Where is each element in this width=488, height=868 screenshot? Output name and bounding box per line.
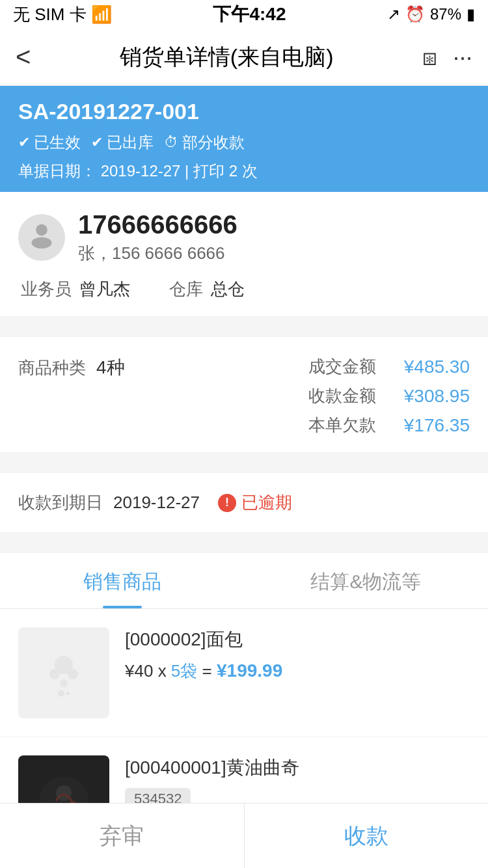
product-image-1: ⊕+ <box>18 627 109 718</box>
due-date-value: 2019-12-27 <box>113 493 200 513</box>
summary-amounts: 成交金额 ¥485.30 收款金额 ¥308.95 本单欠款 ¥176.35 <box>308 355 470 437</box>
badge-effective-label: 已生效 <box>34 132 81 153</box>
summary-section: 商品种类 4种 成交金额 ¥485.30 收款金额 ¥308.95 本单欠款 ¥… <box>0 337 488 452</box>
customer-details: 业务员 曾凡杰 仓库 总仓 <box>18 278 470 301</box>
badge-shipped: ✔ 已出库 <box>91 132 154 153</box>
product-info-1: [0000002]面包 ¥40 x 5袋 = ¥199.99 <box>125 627 470 683</box>
badge-partial-label: 部分收款 <box>182 132 245 153</box>
customer-section: 17666666666 张，156 6666 6666 业务员 曾凡杰 仓库 总… <box>0 192 488 316</box>
badge-partial: ⏱ 部分收款 <box>164 132 245 153</box>
debt-label: 本单欠款 <box>308 414 376 437</box>
warehouse-name: 总仓 <box>211 278 245 301</box>
tabs-section: 销售商品 结算&物流等 <box>0 553 488 609</box>
share-button[interactable]: ⧆ <box>422 44 437 71</box>
product-name-2: [000400001]黄油曲奇 <box>125 755 470 780</box>
product-total-1: ¥199.99 <box>217 660 282 681</box>
battery-icon: ▮ <box>467 5 475 23</box>
page-title: 销货单详情(来自电脑) <box>120 42 334 72</box>
warehouse-label: 仓库 <box>169 278 203 301</box>
customer-row: 17666666666 张，156 6666 6666 <box>18 210 470 265</box>
overdue-dot-icon: ! <box>218 494 236 512</box>
debt-row: 本单欠款 ¥176.35 <box>308 414 470 437</box>
svg-point-3 <box>49 669 60 679</box>
clock-icon: ⏱ <box>164 134 178 151</box>
warehouse-item: 仓库 总仓 <box>169 278 245 301</box>
summary-types: 商品种类 4种 <box>18 355 125 380</box>
svg-text:⊕+: ⊕+ <box>57 688 70 698</box>
status-bar: 无 SIM 卡 📶 下午4:42 ↗ ⏰ 87% ▮ <box>0 0 488 29</box>
more-button[interactable]: ··· <box>453 44 472 71</box>
overdue-badge: ! 已逾期 <box>210 489 300 517</box>
customer-info: 17666666666 张，156 6666 6666 <box>78 210 237 265</box>
battery-level: 87% <box>430 5 461 23</box>
due-date-label: 收款到期日 <box>18 491 103 514</box>
debt-amount: ¥176.35 <box>392 415 470 436</box>
status-right: ↗ ⏰ 87% ▮ <box>387 5 475 23</box>
transaction-label: 成交金额 <box>308 355 376 378</box>
tab-settlement[interactable]: 结算&物流等 <box>244 553 488 608</box>
check-icon-1: ✔ <box>18 134 30 151</box>
avatar <box>18 214 65 261</box>
tabs-row: 销售商品 结算&物流等 <box>0 553 488 608</box>
cancel-review-label: 弃审 <box>100 821 144 851</box>
customer-name: 17666666666 <box>78 210 237 239</box>
received-amount: ¥308.95 <box>392 386 470 407</box>
tab-sales-products[interactable]: 销售商品 <box>0 553 244 608</box>
nav-bar: < 销货单详情(来自电脑) ⧆ ··· <box>0 29 488 86</box>
overdue-text: 已逾期 <box>241 491 292 514</box>
person-icon <box>27 220 56 255</box>
badge-effective: ✔ 已生效 <box>18 132 81 153</box>
status-badges: ✔ 已生效 ✔ 已出库 ⏱ 部分收款 <box>18 132 470 153</box>
alarm-icon: ⏰ <box>405 5 425 23</box>
svg-point-1 <box>32 237 52 249</box>
nav-actions: ⧆ ··· <box>422 44 472 71</box>
divider-2 <box>0 452 488 463</box>
header-banner: SA-20191227-001 ✔ 已生效 ✔ 已出库 ⏱ 部分收款 单据日期：… <box>0 86 488 192</box>
received-row: 收款金额 ¥308.95 <box>308 385 470 407</box>
meta-date-value: 2019-12-27 <box>101 162 181 180</box>
transaction-row: 成交金额 ¥485.30 <box>308 355 470 378</box>
back-button[interactable]: < <box>16 42 31 72</box>
status-time: 下午4:42 <box>213 2 286 27</box>
svg-point-0 <box>36 224 47 236</box>
cancel-review-button[interactable]: 弃审 <box>0 804 245 868</box>
order-meta: 单据日期： 2019-12-27 | 打印 2 次 <box>18 161 470 182</box>
customer-phone: 张，156 6666 6666 <box>78 242 237 265</box>
staff-name: 曾凡杰 <box>79 278 130 301</box>
divider-3 <box>0 532 488 543</box>
svg-point-4 <box>68 669 78 679</box>
product-unit-price-1: ¥40 <box>125 661 153 681</box>
status-carrier: 无 SIM 卡 📶 <box>13 3 112 26</box>
pay-label: 收款 <box>344 821 388 851</box>
received-label: 收款金额 <box>308 385 376 407</box>
transaction-amount: ¥485.30 <box>392 357 470 377</box>
due-date-section: 收款到期日 2019-12-27 ! 已逾期 <box>0 473 488 532</box>
list-item: ⊕+ [0000002]面包 ¥40 x 5袋 = ¥199.99 <box>0 609 488 737</box>
staff-label: 业务员 <box>21 278 72 301</box>
product-name-1: [0000002]面包 <box>125 627 470 652</box>
types-count: 4种 <box>96 355 125 380</box>
product-multiply-1: x <box>158 661 171 681</box>
staff-item: 业务员 曾凡杰 <box>21 278 130 301</box>
badge-shipped-label: 已出库 <box>107 132 154 153</box>
svg-point-5 <box>60 679 68 687</box>
product-price-row-1: ¥40 x 5袋 = ¥199.99 <box>125 660 470 683</box>
location-icon: ↗ <box>387 5 400 23</box>
divider-1 <box>0 316 488 327</box>
tab-settlement-label: 结算&物流等 <box>310 571 421 592</box>
meta-print-info: | 打印 2 次 <box>185 162 258 180</box>
tab-sales-label: 销售商品 <box>83 571 161 592</box>
order-id: SA-20191227-001 <box>18 99 470 124</box>
check-icon-2: ✔ <box>91 134 103 151</box>
meta-date-label: 单据日期： <box>18 162 96 180</box>
product-equals-1: = <box>202 661 217 681</box>
pay-button[interactable]: 收款 <box>245 804 489 868</box>
product-qty-1: 5袋 <box>171 661 202 681</box>
bottom-bar: 弃审 收款 <box>0 803 488 868</box>
types-label: 商品种类 <box>18 357 86 379</box>
